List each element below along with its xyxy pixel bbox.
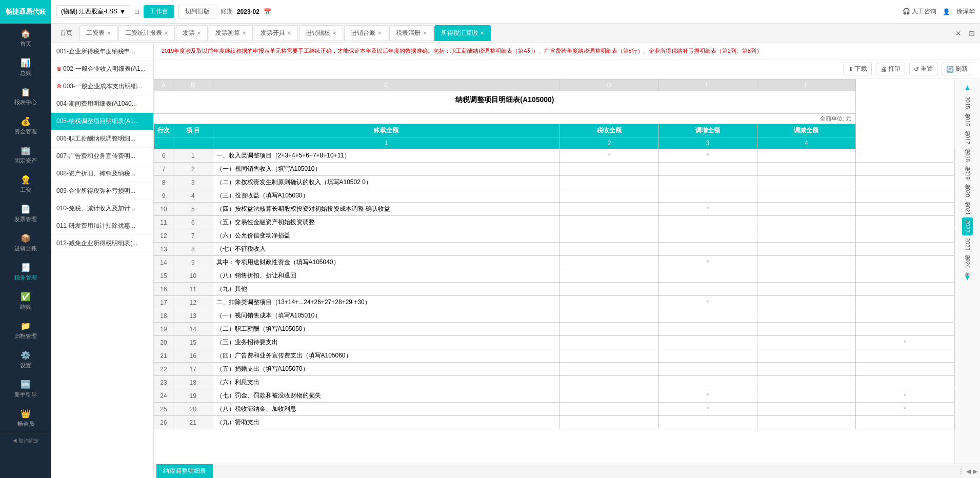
row-item[interactable]: （九）赞助支出 (213, 416, 560, 429)
row-item[interactable]: （四）广告费和业务宣传费支出（填写A105060） (213, 349, 560, 363)
row-c1[interactable] (560, 216, 658, 229)
customer-service[interactable]: 🎧 人工咨询 (903, 7, 936, 16)
row-c3[interactable] (757, 189, 855, 203)
row-c3[interactable] (757, 403, 855, 416)
row-c3[interactable] (757, 363, 855, 376)
row-c1[interactable]: * (560, 149, 658, 163)
reset-button[interactable]: ↺ 重置 (909, 63, 937, 75)
row-c2[interactable] (658, 189, 757, 203)
row-c1[interactable] (560, 163, 658, 176)
row-c4[interactable] (855, 269, 954, 283)
row-c4[interactable] (855, 203, 954, 216)
calendar-icon[interactable]: 📅 (264, 8, 271, 15)
row-c4[interactable] (855, 149, 954, 163)
row-c4[interactable] (855, 189, 954, 203)
year-scroll-down[interactable]: ▼ (963, 272, 973, 283)
row-c3[interactable] (757, 176, 855, 189)
year-item-2024年[interactable]: 2024年 (962, 253, 973, 270)
tab-9[interactable]: 所得税汇算缴✕ (434, 25, 491, 41)
row-c1[interactable] (560, 336, 658, 349)
row-item[interactable]: （六）利息支出 (213, 376, 560, 389)
row-c3[interactable] (757, 336, 855, 349)
tab-close-icon[interactable]: ✕ (377, 30, 382, 36)
row-c2[interactable] (658, 349, 757, 363)
row-c2[interactable]: * (658, 389, 757, 403)
row-c1[interactable] (560, 256, 658, 269)
sheet-options-icon[interactable]: ⋮ (958, 468, 964, 475)
row-c1[interactable] (560, 229, 658, 243)
tab-2[interactable]: 工资统计报表✕ (118, 25, 175, 41)
row-c4[interactable] (855, 283, 954, 296)
row-c2[interactable] (658, 376, 757, 389)
row-c2[interactable] (658, 243, 757, 256)
tab-close-icon[interactable]: ✕ (107, 30, 111, 36)
sidebar-item-新手引导[interactable]: 🆕新手引导 (0, 374, 51, 404)
left-panel-item[interactable]: 009-企业所得税弥补亏损明... (51, 183, 153, 200)
sidebar-item-税务管理[interactable]: 🧾税务管理 (0, 257, 51, 287)
row-c1[interactable] (560, 296, 658, 309)
row-item[interactable]: （四）按权益法核算长期股权投资对初始投资成本调整 确认收益 (213, 203, 560, 216)
tab-close-icon[interactable]: ✕ (423, 30, 427, 36)
sidebar-item-归档管理[interactable]: 📁归档管理 (0, 316, 51, 345)
sidebar-item-结账[interactable]: ✅结账 (0, 287, 51, 316)
tab-3[interactable]: 发票✕ (176, 25, 208, 41)
row-c4[interactable] (855, 296, 954, 309)
sheet-scroll-right[interactable]: ▶ (973, 468, 977, 475)
row-c2[interactable] (658, 229, 757, 243)
row-c4[interactable]: * (855, 403, 954, 416)
left-panel-item[interactable]: 001-企业所得税年度纳税申... (51, 43, 153, 61)
year-item-2019年[interactable]: 2019年 (962, 165, 973, 182)
row-c3[interactable] (757, 163, 855, 176)
row-c2[interactable] (658, 269, 757, 283)
sidebar-item-总账[interactable]: 📊总账 (0, 53, 51, 82)
row-c3[interactable] (757, 149, 855, 163)
row-item[interactable]: （七）不征税收入 (213, 243, 560, 256)
sidebar-item-资金管理[interactable]: 💰资金管理 (0, 111, 51, 141)
row-item[interactable]: （八）税收滞纳金、加收利息 (213, 403, 560, 416)
tab-0[interactable]: 首页 (54, 26, 78, 41)
row-item[interactable]: （二）未按权责发生制原则确认的收入（填写A10502 0） (213, 176, 560, 189)
tab-close-icon[interactable]: ✕ (164, 30, 168, 36)
download-button[interactable]: ⬇ 下载 (844, 63, 872, 75)
row-item[interactable]: （七）罚金、罚款和被没收财物的损失 (213, 389, 560, 403)
row-c1[interactable] (560, 176, 658, 189)
row-c3[interactable] (757, 269, 855, 283)
tab-5[interactable]: 发票开具✕ (254, 25, 298, 41)
tab-close-icon[interactable]: ✕ (197, 30, 201, 36)
row-c2[interactable]: * (658, 203, 757, 216)
row-c2[interactable] (658, 416, 757, 429)
row-c1[interactable] (560, 416, 658, 429)
year-item-2022年[interactable]: 2022年 (962, 217, 973, 235)
sheet-tab[interactable]: 纳税调整明细表 (156, 464, 213, 478)
row-c3[interactable] (757, 323, 855, 336)
sidebar-item-进销台账[interactable]: 📦进销台账 (0, 228, 51, 257)
row-c4[interactable] (855, 163, 954, 176)
left-panel-item[interactable]: 008-资产折旧、摊销及纳税... (51, 165, 153, 183)
left-panel-item[interactable]: 004-期间费用明细表(A1040... (51, 95, 153, 113)
row-c3[interactable] (757, 416, 855, 429)
row-c4[interactable] (855, 323, 954, 336)
unpin-button[interactable]: ◀ 取消固定 (0, 433, 51, 449)
left-panel-item[interactable]: ⊗002-一般企业收入明细表(A1... (51, 61, 153, 78)
row-c2[interactable]: * (658, 296, 757, 309)
left-panel-item[interactable]: 006-职工薪酬纳税调整明细... (51, 130, 153, 148)
row-c3[interactable] (757, 296, 855, 309)
row-c4[interactable] (855, 309, 954, 323)
row-item[interactable]: （一）视同销售成本（填写A105010） (213, 309, 560, 323)
row-item[interactable]: （二）职工薪酬（填写A105050） (213, 323, 560, 336)
tab-1[interactable]: 工资表✕ (79, 25, 117, 41)
row-c4[interactable] (855, 243, 954, 256)
row-item[interactable]: （三）业务招待要支出 (213, 336, 560, 349)
row-c3[interactable] (757, 256, 855, 269)
row-c1[interactable] (560, 283, 658, 296)
row-c3[interactable] (757, 203, 855, 216)
row-c3[interactable] (757, 349, 855, 363)
row-c4[interactable] (855, 176, 954, 189)
tab-6[interactable]: 进销稽核✕ (299, 25, 343, 41)
row-c1[interactable] (560, 376, 658, 389)
row-c4[interactable]: * (855, 336, 954, 349)
row-c2[interactable] (658, 363, 757, 376)
row-c2[interactable] (658, 309, 757, 323)
row-item[interactable]: 二、扣除类调整项目（13+14+...24+26+27+28+29 +30） (213, 296, 560, 309)
row-c2[interactable]: * (658, 149, 757, 163)
